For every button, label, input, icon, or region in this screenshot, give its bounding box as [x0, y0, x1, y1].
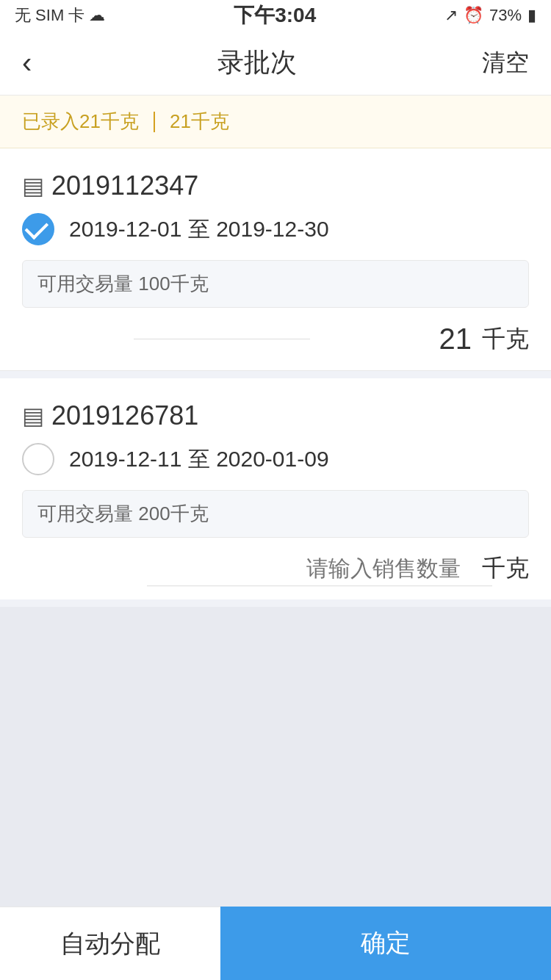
- quantity-input[interactable]: [22, 556, 472, 581]
- batch-2-unit: 千克: [482, 552, 529, 585]
- confirm-button[interactable]: 确定: [220, 907, 551, 980]
- status-left: 无 SIM 卡 ☁: [15, 4, 105, 26]
- input-underline: [147, 586, 492, 586]
- back-button[interactable]: ‹: [22, 46, 32, 79]
- batch-2-quantity: 可用交易量 200千克: [22, 490, 529, 538]
- batch-1-amount: 21: [439, 323, 472, 356]
- batch-1-quantity: 可用交易量 100千克: [22, 260, 529, 308]
- batch-card-1: ▤ 2019112347 2019-12-01 至 2019-12-30 可用交…: [0, 148, 551, 371]
- batch-1-icon: ▤: [22, 172, 44, 200]
- batch-2-header: ▤ 2019126781: [22, 400, 529, 431]
- recorded-value: 21千克: [170, 109, 229, 134]
- batch-1-number: 2019112347: [51, 170, 198, 201]
- page-title: 录批次: [217, 45, 297, 81]
- alarm-icon: ⏰: [464, 6, 483, 25]
- nav-bar: ‹ 录批次 清空: [0, 31, 551, 96]
- empty-area: [0, 607, 551, 907]
- status-right: ↗ ⏰ 73% ▮: [444, 6, 536, 25]
- location-icon: ↗: [444, 6, 458, 25]
- batch-1-header: ▤ 2019112347: [22, 170, 529, 201]
- batch-card-1-inner: ▤ 2019112347 2019-12-01 至 2019-12-30 可用交…: [0, 148, 551, 308]
- info-banner: 已录入21千克 21千克: [0, 96, 551, 148]
- batch-2-date-row: 2019-12-11 至 2020-01-09: [22, 443, 529, 475]
- batch-1-date: 2019-12-01 至 2019-12-30: [69, 215, 329, 245]
- batch-2-checkbox[interactable]: [22, 443, 54, 475]
- batch-card-2-inner: ▤ 2019126781 2019-12-11 至 2020-01-09 可用交…: [0, 378, 551, 538]
- clear-button[interactable]: 清空: [482, 47, 529, 79]
- batch-card-2: ▤ 2019126781 2019-12-11 至 2020-01-09 可用交…: [0, 378, 551, 599]
- batch-2-icon: ▤: [22, 402, 44, 430]
- info-divider: [154, 112, 155, 132]
- batch-1-amount-row: 21 千克: [0, 308, 551, 371]
- batch-1-checkbox[interactable]: [22, 213, 54, 245]
- battery-text: 73%: [489, 6, 522, 25]
- batch-1-unit: 千克: [482, 323, 529, 356]
- batch-2-date: 2019-12-11 至 2020-01-09: [69, 444, 329, 475]
- status-time: 下午3:04: [234, 1, 316, 29]
- auto-distribute-button[interactable]: 自动分配: [0, 907, 220, 980]
- signal-text: 无 SIM 卡 ☁: [15, 4, 105, 26]
- battery-icon: ▮: [527, 6, 536, 25]
- batch-2-number: 2019126781: [51, 400, 198, 431]
- status-bar: 无 SIM 卡 ☁ 下午3:04 ↗ ⏰ 73% ▮: [0, 0, 551, 31]
- recorded-label: 已录入21千克: [22, 109, 139, 134]
- bottom-bar: 自动分配 确定: [0, 907, 551, 980]
- batch-1-date-row: 2019-12-01 至 2019-12-30: [22, 213, 529, 245]
- batch-2-input-row: 千克: [0, 538, 551, 599]
